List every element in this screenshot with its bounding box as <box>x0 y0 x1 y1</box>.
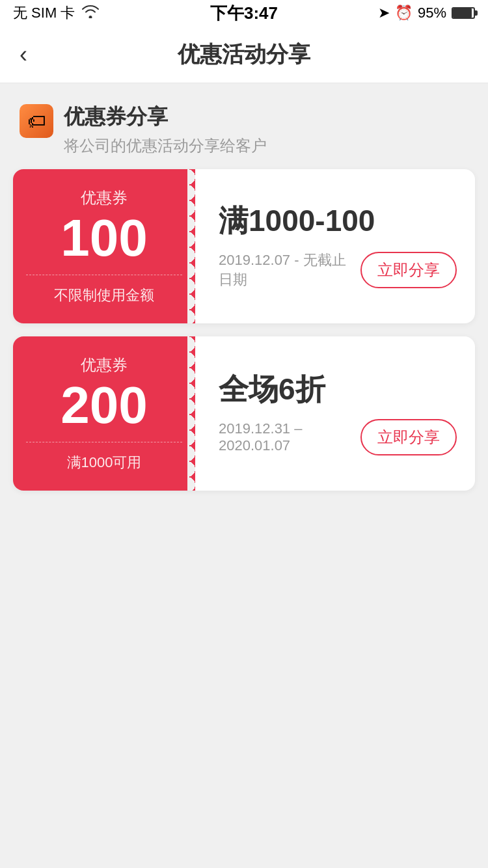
share-button[interactable]: 立即分享 <box>360 419 457 455</box>
coupon-white-side: 满1000-100 2019.12.07 - 无截止日期 立即分享 <box>195 169 475 323</box>
section-header: 🏷 优惠券分享 将公司的优惠活动分享给客户 <box>0 83 488 169</box>
location-icon: ➤ <box>378 5 390 21</box>
coupon-divider-line <box>26 442 182 442</box>
coupon-card: 优惠券 100 不限制使用金额 满1000-100 2019.12.07 - 无… <box>13 169 475 323</box>
status-bar: 无 SIM 卡 下午3:47 ➤ ⏰ 95% <box>0 0 488 26</box>
coupon-red-side: 优惠券 100 不限制使用金额 <box>13 169 195 323</box>
status-time: 下午3:47 <box>210 2 278 25</box>
coupon-label: 优惠券 <box>81 355 128 375</box>
status-right: ➤ ⏰ 95% <box>378 5 475 21</box>
coupon-list: 优惠券 100 不限制使用金额 满1000-100 2019.12.07 - 无… <box>0 169 488 504</box>
share-button[interactable]: 立即分享 <box>360 252 457 288</box>
coupon-card: 优惠券 200 满1000可用 全场6折 2019.12.31 – 2020.0… <box>13 336 475 491</box>
empty-area <box>0 504 488 829</box>
section-text-group: 优惠券分享 将公司的优惠活动分享给客户 <box>64 103 267 156</box>
coupon-value: 100 <box>61 212 147 264</box>
coupon-condition: 不限制使用金额 <box>54 286 154 305</box>
battery-icon <box>452 7 475 19</box>
status-left: 无 SIM 卡 <box>13 3 100 23</box>
coupon-red-side: 优惠券 200 满1000可用 <box>13 336 195 491</box>
back-button[interactable]: ‹ <box>20 41 27 68</box>
section-title: 优惠券分享 <box>64 103 267 131</box>
coupon-divider-line <box>26 275 182 275</box>
coupon-icon: 🏷 <box>27 111 46 132</box>
coupon-bottom-row: 2019.12.31 – 2020.01.07 立即分享 <box>219 419 457 455</box>
battery-percent: 95% <box>418 5 446 21</box>
section-icon: 🏷 <box>20 104 53 138</box>
carrier-text: 无 SIM 卡 <box>13 3 75 23</box>
coupon-condition: 满1000可用 <box>67 453 142 472</box>
coupon-name: 全场6折 <box>219 372 457 407</box>
coupon-bottom-row: 2019.12.07 - 无截止日期 立即分享 <box>219 251 457 290</box>
coupon-date: 2019.12.31 – 2020.01.07 <box>219 420 354 454</box>
coupon-value: 200 <box>61 379 147 431</box>
page-title: 优惠活动分享 <box>178 40 310 70</box>
coupon-label: 优惠券 <box>81 187 128 208</box>
wifi-icon <box>81 4 100 22</box>
coupon-name: 满1000-100 <box>219 203 457 239</box>
coupon-white-side: 全场6折 2019.12.31 – 2020.01.07 立即分享 <box>195 336 475 491</box>
section-subtitle: 将公司的优惠活动分享给客户 <box>64 135 267 156</box>
alarm-icon: ⏰ <box>395 5 413 21</box>
coupon-date: 2019.12.07 - 无截止日期 <box>219 251 354 290</box>
nav-bar: ‹ 优惠活动分享 <box>0 26 488 83</box>
